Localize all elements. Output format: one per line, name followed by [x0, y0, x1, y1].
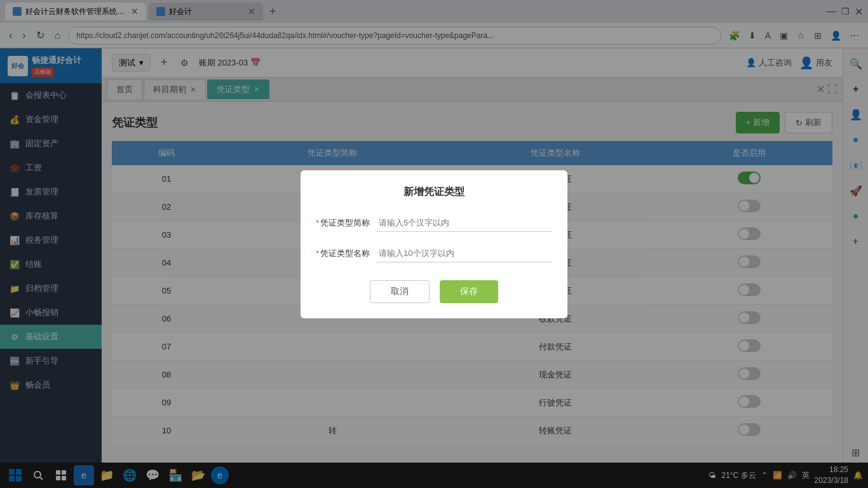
name-field-row: *凭证类型名称 [316, 245, 552, 262]
abbr-input[interactable] [376, 214, 552, 232]
modal-overlay: 新增凭证类型 *凭证类型简称 *凭证类型名称 取消 保存 [0, 0, 868, 488]
abbr-required-mark: * [316, 218, 319, 227]
name-label: *凭证类型名称 [316, 248, 376, 259]
abbr-label: *凭证类型简称 [316, 217, 376, 229]
modal-actions: 取消 保存 [316, 280, 552, 303]
add-voucher-type-modal: 新增凭证类型 *凭证类型简称 *凭证类型名称 取消 保存 [301, 170, 567, 318]
name-required-mark: * [316, 248, 319, 258]
name-input[interactable] [376, 245, 552, 262]
modal-title: 新增凭证类型 [316, 186, 552, 199]
cancel-button[interactable]: 取消 [370, 280, 430, 303]
abbr-field-row: *凭证类型简称 [316, 214, 552, 232]
save-button[interactable]: 保存 [440, 280, 498, 303]
